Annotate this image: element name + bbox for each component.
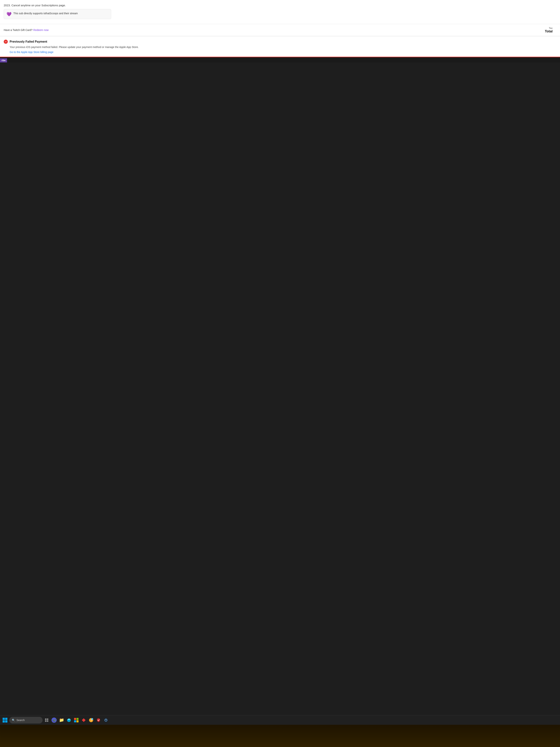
tax-label: Tax [545, 27, 553, 29]
error-icon [4, 40, 8, 44]
svg-rect-5 [74, 718, 76, 720]
error-section: Previously Failed Payment Your previous … [0, 36, 560, 57]
search-icon: 🔍 [12, 719, 15, 722]
file-explorer-icon: 📁 [59, 718, 64, 723]
steam-icon [104, 718, 108, 723]
support-text: This sub directly supports isthatScoops … [14, 11, 78, 15]
edge-button[interactable] [65, 717, 72, 723]
svg-rect-0 [45, 719, 47, 720]
subscription-section: 2023. Cancel anytime on your Subscriptio… [0, 0, 560, 24]
file-explorer-button[interactable]: 📁 [58, 717, 65, 723]
security-icon [96, 718, 101, 722]
heart-icon: 💜 [6, 12, 11, 17]
svg-rect-1 [47, 719, 48, 720]
teams-icon: 📹 [52, 718, 57, 723]
error-header: Previously Failed Payment [4, 40, 556, 44]
svg-text:?: ? [90, 719, 92, 722]
steam-button[interactable] [103, 717, 109, 723]
svg-marker-9 [82, 718, 85, 722]
ms-store-button[interactable] [73, 717, 80, 723]
svg-rect-8 [77, 720, 79, 722]
red-diamond-button[interactable] [80, 717, 87, 723]
edge-icon [66, 718, 71, 723]
start-button[interactable] [1, 717, 8, 724]
search-bar[interactable]: 🔍 Search [9, 717, 43, 723]
error-body: Your previous iOS payment method failed.… [10, 45, 556, 49]
ms-store-icon [74, 718, 79, 723]
tax-total-column: Tax Total [545, 27, 553, 33]
win-sq-tr [5, 718, 7, 720]
gift-card-left: Have a Twitch Gift Card? Redeem now [4, 28, 49, 32]
gift-card-label: Have a Twitch Gift Card? [4, 28, 32, 31]
task-view-icon [45, 718, 49, 722]
taskbar: 🔍 Search 📹 📁 [0, 715, 560, 725]
task-view-button[interactable] [43, 717, 50, 723]
security-button[interactable] [95, 717, 102, 723]
win-sq-br [5, 720, 7, 723]
svg-point-13 [104, 718, 108, 722]
hardware-area [0, 725, 560, 747]
desktop-area [0, 62, 560, 715]
win-sq-tl [3, 718, 5, 720]
svg-point-15 [106, 719, 106, 720]
twitch-bar-label: ribe [0, 58, 7, 62]
error-bottom-border [0, 57, 560, 57]
search-label: Search [17, 719, 25, 722]
help-button[interactable]: ? [88, 717, 95, 723]
error-title: Previously Failed Payment [10, 40, 47, 43]
svg-rect-7 [74, 720, 76, 722]
total-label: Total [545, 29, 553, 33]
webpage-area: 2023. Cancel anytime on your Subscriptio… [0, 0, 560, 62]
svg-rect-3 [47, 720, 48, 722]
redeem-link[interactable]: Redeem now [33, 28, 49, 31]
svg-rect-6 [77, 718, 79, 720]
subscription-text: 2023. Cancel anytime on your Subscriptio… [4, 3, 556, 7]
app-store-link[interactable]: Go to the Apple App Store billing page [10, 51, 556, 54]
gift-card-row: Have a Twitch Gift Card? Redeem now Tax … [0, 24, 560, 36]
windows-logo-icon [3, 718, 7, 723]
teams-button[interactable]: 📹 [51, 717, 57, 723]
support-box: 💜 This sub directly supports isthatScoop… [4, 9, 111, 19]
win-sq-bl [3, 720, 5, 723]
speaker-grille [0, 725, 560, 747]
red-diamond-icon [81, 718, 86, 722]
svg-rect-2 [45, 720, 47, 722]
help-icon: ? [89, 718, 94, 723]
